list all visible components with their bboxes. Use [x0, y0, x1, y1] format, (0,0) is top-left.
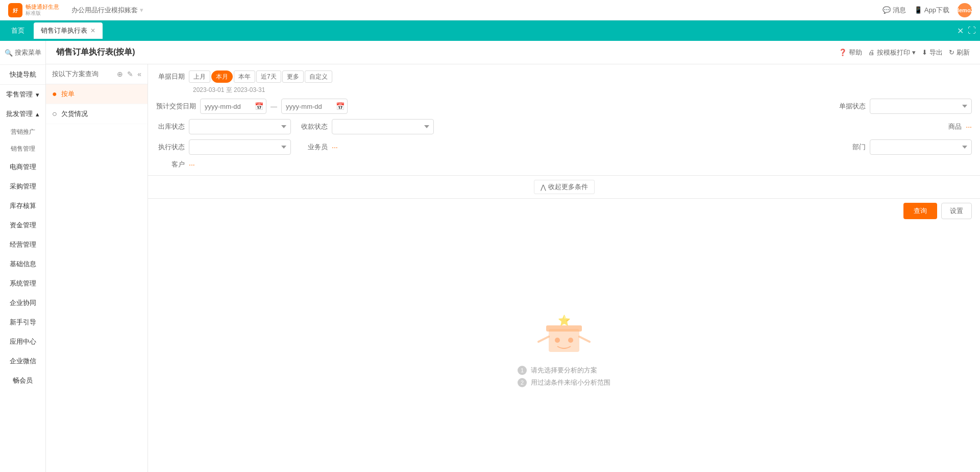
- dept-select[interactable]: [870, 139, 972, 155]
- message-btn[interactable]: 💬 消息: [883, 6, 906, 15]
- calendar-end-icon[interactable]: 📅: [336, 102, 345, 110]
- salesperson-label: 业务员: [299, 143, 328, 152]
- logo-area: 好 畅捷通好生意 标准版: [8, 3, 59, 17]
- filter-item-salesperson: 业务员 ···: [299, 143, 338, 152]
- doc-status-select[interactable]: [870, 99, 972, 114]
- filter-item-customer: 客户 ···: [156, 160, 195, 169]
- add-plan-icon[interactable]: ⊕: [117, 70, 123, 78]
- page-header: 销售订单执行表(按单) ❓ 帮助 🖨 按模板打印 ▾ ⬇ 导出 ↻ 刷新: [46, 41, 980, 64]
- logo-text: 畅捷通好生意 标准版: [26, 4, 59, 16]
- outbound-status-select[interactable]: [189, 119, 291, 134]
- left-panel-item-by-order[interactable]: ● 按单: [46, 84, 148, 104]
- date-btn-last7days[interactable]: 近7天: [256, 70, 281, 83]
- sidebar: 🔍 搜索菜单 快捷导航 零售管理 ▾ 批发管理 ▴ 营销推广 销售管理 电商管理…: [0, 41, 46, 472]
- content-area: 销售订单执行表(按单) ❓ 帮助 🖨 按模板打印 ▾ ⬇ 导出 ↻ 刷新: [46, 41, 980, 472]
- sidebar-item-system[interactable]: 系统管理: [0, 274, 45, 293]
- topbar: 好 畅捷通好生意 标准版 办公用品行业模拟账套 ▾ 💬 消息 📱 App下载 d…: [0, 0, 980, 20]
- sidebar-item-finance[interactable]: 资金管理: [0, 216, 45, 235]
- logo-icon: 好: [8, 3, 22, 17]
- sidebar-item-app-center[interactable]: 应用中心: [0, 332, 45, 351]
- maximize-icon[interactable]: ⛶: [968, 26, 976, 35]
- collapse-more-btn[interactable]: ⋀ 收起更多条件: [534, 180, 595, 194]
- sidebar-item-corp-wechat[interactable]: 企业微信: [0, 351, 45, 371]
- customer-ellipsis-btn[interactable]: ···: [189, 160, 195, 169]
- export-btn[interactable]: ⬇ 导出: [922, 48, 943, 57]
- chevron-icon: ▾: [36, 91, 39, 99]
- help-icon: ❓: [839, 49, 847, 56]
- template-print-btn[interactable]: 🖨 按模板打印 ▾: [868, 48, 916, 57]
- tab-close-icon[interactable]: ✕: [90, 27, 95, 34]
- dept-label: 部门: [837, 143, 866, 152]
- left-panel-header: 按以下方案查询 ⊕ ✎ «: [46, 64, 148, 84]
- main-layout: 🔍 搜索菜单 快捷导航 零售管理 ▾ 批发管理 ▴ 营销推广 销售管理 电商管理…: [0, 41, 980, 472]
- sidebar-item-sales-mgmt[interactable]: 销售管理: [0, 140, 45, 157]
- app-download-btn[interactable]: 📱 App下载: [914, 6, 949, 15]
- sidebar-item-basic-info[interactable]: 基础信息: [0, 254, 45, 274]
- user-profile[interactable]: demo2: [958, 3, 972, 17]
- date-btn-this-month[interactable]: 本月: [211, 70, 233, 83]
- item-icon: ○: [52, 109, 57, 119]
- search-icon: 🔍: [5, 49, 13, 57]
- sidebar-item-newbie[interactable]: 新手引导: [0, 313, 45, 332]
- topbar-left: 好 畅捷通好生意 标准版 办公用品行业模拟账套 ▾: [8, 3, 143, 17]
- query-btn[interactable]: 查询: [903, 203, 937, 219]
- filter-item-date: 单据日期 上月 本月 本年 近7天 更多 自定义: [156, 70, 332, 83]
- receipt-status-select[interactable]: [332, 119, 434, 134]
- breadcrumb-sep: ▾: [140, 6, 143, 14]
- salesperson-ellipsis-btn[interactable]: ···: [332, 143, 338, 151]
- chevron-icon: ▴: [36, 110, 39, 118]
- sidebar-item-member[interactable]: 畅会员: [0, 371, 45, 390]
- expected-delivery-label: 预计交货日期: [156, 102, 196, 111]
- help-btn[interactable]: ❓ 帮助: [839, 48, 862, 57]
- page-header-actions: ❓ 帮助 🖨 按模板打印 ▾ ⬇ 导出 ↻ 刷新: [839, 48, 970, 63]
- filter-row-2: 预计交货日期 📅 — 📅: [156, 99, 972, 114]
- sidebar-item-label: 零售管理: [6, 90, 33, 99]
- dropdown-icon: ▾: [912, 49, 916, 56]
- close-window-icon[interactable]: ✕: [957, 26, 964, 36]
- product-label: 商品: [933, 122, 962, 131]
- right-content: 单据日期 上月 本月 本年 近7天 更多 自定义: [148, 64, 980, 472]
- action-row: 查询 设置: [148, 199, 980, 223]
- sidebar-item-enterprise[interactable]: 企业协同: [0, 293, 45, 313]
- item-active-icon: ●: [52, 89, 57, 99]
- topbar-right: 💬 消息 📱 App下载 demo2: [883, 3, 972, 17]
- sidebar-item-ecommerce[interactable]: 电商管理: [0, 157, 45, 177]
- tab-sales-exec[interactable]: 销售订单执行表 ✕: [34, 22, 103, 39]
- filter-row-date-range: 2023-03-01 至 2023-03-31: [156, 86, 972, 95]
- tab-home[interactable]: 首页: [4, 22, 32, 39]
- filter-row-5: 客户 ···: [156, 160, 972, 169]
- sidebar-item-marketing[interactable]: 营销推广: [0, 124, 45, 140]
- search-menu-btn[interactable]: 🔍 搜索菜单: [4, 46, 41, 59]
- exec-status-select[interactable]: [189, 139, 291, 155]
- product-ellipsis-btn[interactable]: ···: [966, 123, 972, 131]
- sidebar-item-wholesale-mgmt[interactable]: 批发管理 ▴: [0, 104, 45, 124]
- empty-tip-1: 1 请先选择要分析的方案: [518, 366, 610, 375]
- refresh-btn[interactable]: ↻ 刷新: [949, 48, 970, 57]
- settings-btn[interactable]: 设置: [941, 203, 972, 219]
- date-label: 单据日期: [156, 72, 185, 81]
- date-btn-custom[interactable]: 自定义: [305, 70, 332, 83]
- collapse-btn-row: ⋀ 收起更多条件: [148, 176, 980, 199]
- export-icon: ⬇: [922, 49, 927, 56]
- date-btn-this-year[interactable]: 本年: [234, 70, 255, 83]
- sidebar-item-operations[interactable]: 经营管理: [0, 235, 45, 254]
- date-btn-last-month[interactable]: 上月: [189, 70, 210, 83]
- collapse-panel-icon[interactable]: «: [137, 70, 141, 78]
- edit-plan-icon[interactable]: ✎: [127, 70, 133, 78]
- date-range-display: 2023-03-01 至 2023-03-31: [193, 86, 265, 95]
- sidebar-item-purchase[interactable]: 采购管理: [0, 177, 45, 196]
- tip-num-2: 2: [518, 378, 527, 387]
- filter-item-product: 商品 ···: [933, 122, 972, 131]
- sidebar-search-area: 🔍 搜索菜单: [0, 41, 45, 65]
- calendar-start-icon[interactable]: 📅: [255, 102, 263, 110]
- sidebar-item-inventory[interactable]: 库存核算: [0, 196, 45, 216]
- left-panel-item-by-debt[interactable]: ○ 欠货情况: [46, 104, 148, 124]
- page-title: 销售订单执行表(按单): [56, 47, 135, 64]
- tabbar: 首页 销售订单执行表 ✕ ✕ ⛶: [0, 20, 980, 41]
- sidebar-item-quick-nav[interactable]: 快捷导航: [0, 65, 45, 85]
- filter-item-exec-status: 执行状态: [156, 139, 291, 155]
- date-btn-more[interactable]: 更多: [282, 70, 304, 83]
- empty-state: ⭐ 1: [148, 223, 980, 472]
- svg-point-6: [568, 338, 573, 343]
- sidebar-item-retail-mgmt[interactable]: 零售管理 ▾: [0, 85, 45, 104]
